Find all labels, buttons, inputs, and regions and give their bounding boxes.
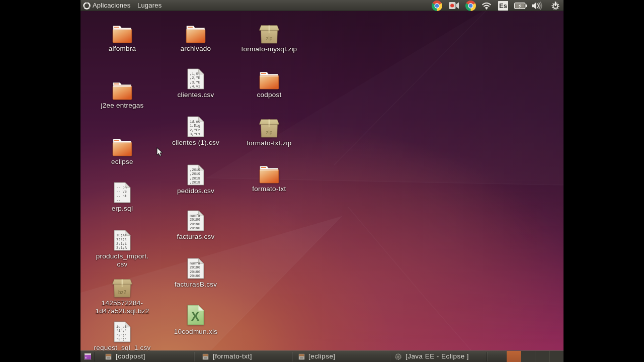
svg-text:-- ve: -- ve (116, 190, 127, 194)
svg-text:,2019: ,2019 (190, 180, 200, 185)
svg-text:X: X (191, 309, 200, 323)
svg-text:1,Dig: 1,Dig (190, 124, 200, 128)
svg-text:3,"Es: 3,"Es (190, 132, 200, 136)
svg-text:"1";': "1";' (116, 329, 127, 333)
svg-text:,1,0|: ,1,0| (190, 72, 200, 76)
svg-text:"2";': "2";' (116, 333, 127, 337)
svg-text:20190: 20190 (190, 265, 200, 269)
svg-text:,2019: ,2019 (190, 176, 200, 180)
svg-text:,2019: ,2019 (190, 172, 200, 176)
svg-text:id_ct: id_ct (116, 325, 127, 329)
svg-text:id,nc: id,nc (190, 120, 200, 124)
svg-text:-- ph: -- ph (116, 186, 127, 190)
svg-text:2;1;i: 2;1;i (116, 242, 127, 246)
svg-text:zip: zip (266, 130, 273, 135)
svg-text:Es: Es (499, 2, 507, 10)
svg-text:20190: 20190 (190, 270, 200, 274)
svg-text:,4,vi: ,4,vi (190, 84, 200, 88)
svg-text:20190: 20190 (190, 218, 200, 222)
svg-text:,2019: ,2019 (190, 168, 200, 172)
svg-text:,2,"E: ,2,"E (190, 76, 200, 80)
svg-text:"3";': "3";' (116, 337, 127, 341)
svg-text:numfa: numfa (190, 261, 200, 265)
svg-text:bz2: bz2 (118, 290, 127, 295)
svg-text:20190: 20190 (190, 226, 200, 230)
svg-text:ID;Ar: ID;Ar (116, 233, 127, 237)
svg-text:2,"Er: 2,"Er (190, 128, 200, 132)
svg-text:20190: 20190 (190, 222, 200, 226)
svg-text:zip: zip (266, 36, 273, 41)
svg-text:-- ht: -- ht (116, 194, 127, 198)
svg-text:numfa: numfa (190, 214, 200, 218)
svg-text:20190: 20190 (190, 274, 200, 278)
svg-text:--: -- (116, 198, 120, 202)
svg-text:3;1;A: 3;1;A (116, 246, 127, 250)
svg-text:,3,"E: ,3,"E (190, 80, 200, 84)
svg-text:1;1;i: 1;1;i (116, 237, 127, 241)
